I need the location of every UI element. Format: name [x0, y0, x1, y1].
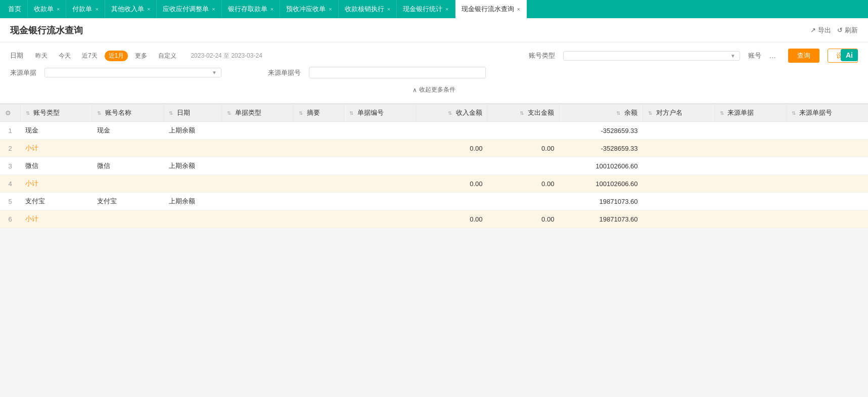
source-doc-no-cell — [786, 210, 868, 228]
source-doc-num-input[interactable] — [309, 67, 486, 78]
date-yesterday[interactable]: 昨天 — [31, 51, 52, 61]
row-number: 3 — [0, 157, 20, 175]
date-more[interactable]: 更多 — [131, 51, 151, 61]
source-doc-select[interactable]: ▼ — [44, 68, 221, 77]
doc-type-cell — [222, 193, 294, 210]
account-name-cell: 微信 — [92, 157, 164, 175]
date-today[interactable]: 今天 — [55, 51, 75, 61]
date-label: 日期 — [10, 51, 23, 60]
account-type-select[interactable]: ▼ — [563, 51, 740, 61]
counterparty-cell — [643, 122, 714, 140]
nav-payment[interactable]: 付款单 × — [66, 0, 105, 18]
close-icon[interactable]: × — [212, 6, 215, 12]
chevron-down-icon: ▼ — [730, 53, 736, 59]
sort-icon[interactable]: ⇅ — [349, 110, 353, 116]
doc-type-cell — [222, 210, 294, 228]
table-row: 2小计0.000.00-3528659.33 — [0, 140, 868, 157]
doc-no-cell — [344, 193, 416, 210]
nav-receipt[interactable]: 收款单 × — [28, 0, 66, 18]
sort-icon[interactable]: ⇅ — [616, 110, 620, 116]
account-type-label: 账号类型 — [529, 51, 555, 60]
balance-cell: 100102606.60 — [559, 175, 643, 193]
table-row: 5支付宝支付宝上期余额19871073.60 — [0, 193, 868, 210]
col-account-name: ⇅ 账号名称 — [92, 104, 164, 122]
collapse-bar[interactable]: ∧ 收起更多条件 — [10, 82, 858, 97]
source-doc-cell — [714, 122, 786, 140]
balance-cell: 100102606.60 — [559, 157, 643, 175]
query-button[interactable]: 查询 — [788, 49, 819, 63]
nav-cash-stats[interactable]: 现金银行统计 × — [397, 0, 455, 18]
sort-icon[interactable]: ⇅ — [720, 110, 724, 116]
col-expense: ⇅ 支出金额 — [488, 104, 560, 122]
close-icon[interactable]: × — [57, 6, 60, 12]
refresh-icon: ↺ — [837, 26, 843, 34]
close-icon[interactable]: × — [95, 6, 98, 12]
nav-home[interactable]: 首页 — [2, 0, 28, 18]
col-summary: ⇅ 摘要 — [294, 104, 344, 122]
nav-prepaid[interactable]: 预收冲应收单 × — [280, 0, 338, 18]
summary-cell — [294, 122, 344, 140]
source-doc-label: 来源单据 — [10, 68, 36, 77]
export-icon: ↗ — [810, 26, 816, 34]
summary-cell — [294, 140, 344, 157]
col-doc-no: ⇅ 单据编号 — [344, 104, 416, 122]
date-1month[interactable]: 近1月 — [105, 51, 128, 61]
close-icon[interactable]: × — [329, 6, 332, 12]
account-name-cell: 支付宝 — [92, 193, 164, 210]
table-row: 1现金现金上期余额-3528659.33 — [0, 122, 868, 140]
close-icon[interactable]: × — [270, 6, 273, 12]
source-doc-cell — [714, 210, 786, 228]
expense-cell — [488, 193, 560, 210]
sort-icon[interactable]: ⇅ — [520, 110, 524, 116]
date-range: 2023-02-24 至 2023-03-24 — [191, 52, 262, 60]
summary-cell — [294, 193, 344, 210]
nav-collection[interactable]: 收款核销执行 × — [339, 0, 397, 18]
source-doc-no-cell — [786, 157, 868, 175]
income-cell: 0.00 — [416, 175, 488, 193]
expense-cell — [488, 122, 560, 140]
sort-icon[interactable]: ⇅ — [97, 110, 101, 116]
date-cell: 上期余额 — [164, 193, 222, 210]
column-settings-icon[interactable]: ⚙ — [5, 109, 11, 117]
source-doc-no-cell — [786, 122, 868, 140]
close-icon[interactable]: × — [517, 6, 520, 12]
table-row: 4小计0.000.00100102606.60 — [0, 175, 868, 193]
sort-icon[interactable]: ⇅ — [26, 110, 30, 116]
income-cell — [416, 122, 488, 140]
nav-bank-deposit[interactable]: 银行存取款单 × — [222, 0, 280, 18]
page-header: 现金银行流水查询 ↗ 导出 ↺ 刷新 — [0, 18, 868, 42]
sort-icon[interactable]: ⇅ — [448, 110, 452, 116]
refresh-button[interactable]: ↺ 刷新 — [837, 26, 858, 35]
close-icon[interactable]: × — [147, 6, 150, 12]
date-7days[interactable]: 近7天 — [78, 51, 102, 61]
col-income: ⇅ 收入金额 — [416, 104, 488, 122]
close-icon[interactable]: × — [387, 6, 390, 12]
export-button[interactable]: ↗ 导出 — [810, 26, 831, 35]
nav-adjustment[interactable]: 应收应付调整单 × — [157, 0, 221, 18]
date-cell — [164, 175, 222, 193]
sort-icon[interactable]: ⇅ — [648, 110, 652, 116]
account-name-cell — [92, 140, 164, 157]
chevron-down-icon: ▼ — [212, 70, 217, 75]
source-doc-cell — [714, 140, 786, 157]
account-type-cell: 小计 — [20, 175, 92, 193]
balance-cell: -3528659.33 — [559, 140, 643, 157]
date-custom[interactable]: 自定义 — [154, 51, 180, 61]
account-name-cell: 现金 — [92, 122, 164, 140]
nav-other-income[interactable]: 其他收入单 × — [105, 0, 157, 18]
account-dots-button[interactable]: ... — [769, 51, 776, 60]
close-icon[interactable]: × — [445, 6, 448, 12]
account-type-cell: 现金 — [20, 122, 92, 140]
sort-icon[interactable]: ⇅ — [169, 110, 173, 116]
sort-icon[interactable]: ⇅ — [792, 110, 796, 116]
sort-icon[interactable]: ⇅ — [299, 110, 303, 116]
account-type-cell: 小计 — [20, 140, 92, 157]
table-row: 3微信微信上期余额100102606.60 — [0, 157, 868, 175]
date-cell — [164, 210, 222, 228]
ai-assistant-button[interactable]: Ai — [841, 49, 858, 61]
top-nav: 首页 收款单 × 付款单 × 其他收入单 × 应收应付调整单 × 银行存取款单 … — [0, 0, 868, 18]
doc-no-cell — [344, 122, 416, 140]
sort-icon[interactable]: ⇅ — [227, 110, 231, 116]
col-date: ⇅ 日期 — [164, 104, 222, 122]
nav-cash-flow[interactable]: 现金银行流水查询 × — [455, 0, 527, 18]
